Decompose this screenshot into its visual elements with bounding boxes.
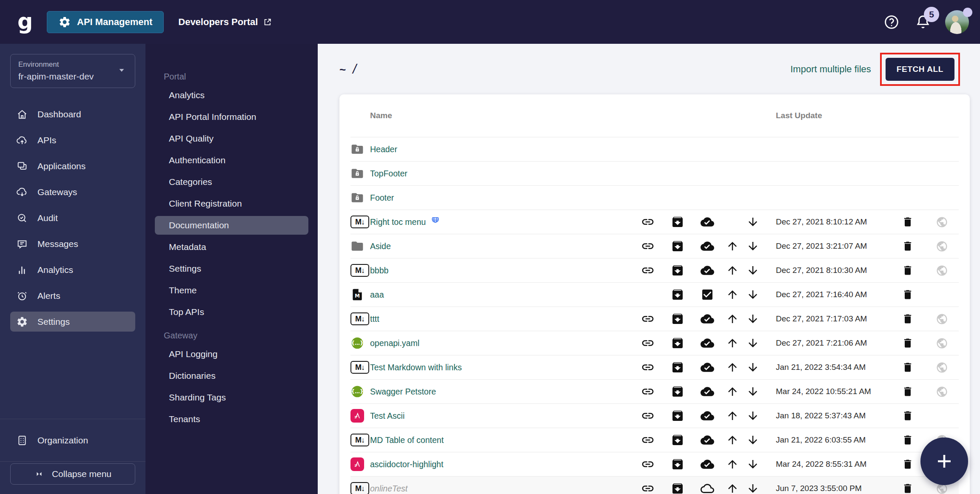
move-up-icon[interactable] <box>726 264 739 277</box>
fetch-all-button[interactable]: FETCH ALL <box>886 58 954 81</box>
submenu-item-api-quality[interactable]: API Quality <box>155 129 308 148</box>
sidebar-item-applications[interactable]: Applications <box>10 156 135 176</box>
help-button[interactable] <box>882 13 901 31</box>
move-down-icon[interactable] <box>746 385 760 398</box>
page-name-link[interactable]: MD Table of content <box>370 435 444 445</box>
cloud-outline-icon[interactable] <box>701 482 714 494</box>
collapse-menu-button[interactable]: Collapse menu <box>10 463 135 485</box>
page-name-link[interactable]: Right toc menu <box>370 217 426 227</box>
publish-status-globe-icon[interactable] <box>935 361 949 374</box>
unpublish-icon[interactable] <box>671 385 684 398</box>
move-down-icon[interactable] <box>746 288 760 301</box>
environment-select[interactable]: Environment fr-apim-master-dev <box>10 54 135 88</box>
delete-icon[interactable] <box>901 264 914 277</box>
submenu-item-client-registration[interactable]: Client Registration <box>155 194 308 213</box>
unpublish-icon[interactable] <box>671 264 684 277</box>
move-up-icon[interactable] <box>726 288 739 301</box>
copy-link-icon[interactable] <box>641 264 655 277</box>
checkbox-icon[interactable] <box>701 288 714 301</box>
unpublish-icon[interactable] <box>671 215 684 229</box>
page-name-link[interactable]: Test Markdown with links <box>370 363 462 372</box>
delete-icon[interactable] <box>901 288 914 301</box>
unpublish-icon[interactable] <box>671 433 684 447</box>
unpublish-icon[interactable] <box>671 457 684 471</box>
unpublish-icon[interactable] <box>671 361 684 374</box>
cloud-check-icon[interactable] <box>701 336 714 350</box>
page-name-link[interactable]: Test Ascii <box>370 411 405 421</box>
copy-link-icon[interactable] <box>641 215 655 229</box>
user-avatar[interactable] <box>945 10 969 34</box>
notifications-button[interactable]: 5 <box>914 13 932 31</box>
move-up-icon[interactable] <box>726 433 739 447</box>
move-down-icon[interactable] <box>746 239 760 253</box>
submenu-item-api-portal-information[interactable]: API Portal Information <box>155 108 308 126</box>
page-name-link[interactable]: Swagger Petstore <box>370 387 436 397</box>
publish-status-globe-icon[interactable] <box>935 336 949 350</box>
unpublish-icon[interactable] <box>671 312 684 326</box>
cloud-check-icon[interactable] <box>701 385 714 398</box>
submenu-item-categories[interactable]: Categories <box>155 173 308 191</box>
move-down-icon[interactable] <box>746 264 760 277</box>
delete-icon[interactable] <box>901 457 914 471</box>
submenu-item-authentication[interactable]: Authentication <box>155 151 308 170</box>
import-multiple-files-link[interactable]: Import multiple files <box>790 64 871 75</box>
page-name-link[interactable]: Footer <box>370 193 394 203</box>
move-down-icon[interactable] <box>746 361 760 374</box>
sidebar-item-dashboard[interactable]: Dashboard <box>10 104 135 124</box>
api-management-button[interactable]: API Management <box>47 11 164 33</box>
sidebar-item-messages[interactable]: Messages <box>10 234 135 254</box>
delete-icon[interactable] <box>901 239 914 253</box>
copy-link-icon[interactable] <box>641 385 655 398</box>
copy-link-icon[interactable] <box>641 409 655 423</box>
move-up-icon[interactable] <box>726 482 739 494</box>
move-up-icon[interactable] <box>726 385 739 398</box>
cloud-check-icon[interactable] <box>701 361 714 374</box>
publish-status-globe-icon[interactable] <box>935 312 949 326</box>
publish-status-globe-icon[interactable] <box>935 239 949 253</box>
sidebar-item-audit[interactable]: Audit <box>10 208 135 228</box>
copy-link-icon[interactable] <box>641 457 655 471</box>
delete-icon[interactable] <box>901 361 914 374</box>
delete-icon[interactable] <box>901 409 914 423</box>
sidebar-item-settings[interactable]: Settings <box>10 312 135 332</box>
move-up-icon[interactable] <box>726 361 739 374</box>
submenu-item-theme[interactable]: Theme <box>155 281 308 300</box>
unpublish-icon[interactable] <box>671 482 684 494</box>
sidebar-item-gateways[interactable]: Gateways <box>10 182 135 202</box>
delete-icon[interactable] <box>901 215 914 229</box>
sidebar-item-analytics[interactable]: Analytics <box>10 260 135 280</box>
copy-link-icon[interactable] <box>641 482 655 494</box>
submenu-item-dictionaries[interactable]: Dictionaries <box>155 366 308 385</box>
move-down-icon[interactable] <box>746 336 760 350</box>
move-down-icon[interactable] <box>746 409 760 423</box>
page-name-link[interactable]: onlineTest <box>370 484 407 494</box>
submenu-item-api-logging[interactable]: API Logging <box>155 345 308 363</box>
submenu-item-settings[interactable]: Settings <box>155 259 308 278</box>
copy-link-icon[interactable] <box>641 336 655 350</box>
publish-status-globe-icon[interactable] <box>935 385 949 398</box>
submenu-item-documentation[interactable]: Documentation <box>155 216 308 235</box>
move-up-icon[interactable] <box>726 312 739 326</box>
delete-icon[interactable] <box>901 312 914 326</box>
move-up-icon[interactable] <box>726 409 739 423</box>
developers-portal-link[interactable]: Developers Portal <box>178 17 272 28</box>
page-name-link[interactable]: Header <box>370 145 397 154</box>
cloud-check-icon[interactable] <box>701 409 714 423</box>
delete-icon[interactable] <box>901 336 914 350</box>
copy-link-icon[interactable] <box>641 361 655 374</box>
submenu-item-tenants[interactable]: Tenants <box>155 410 308 429</box>
submenu-item-top-apis[interactable]: Top APIs <box>155 303 308 321</box>
sidebar-item-apis[interactable]: APIs <box>10 130 135 150</box>
move-up-icon[interactable] <box>726 457 739 471</box>
page-name-link[interactable]: tttt <box>370 314 379 324</box>
page-name-link[interactable]: aaa <box>370 290 384 300</box>
unpublish-icon[interactable] <box>671 239 684 253</box>
submenu-item-metadata[interactable]: Metadata <box>155 238 308 256</box>
breadcrumb[interactable]: ~ / <box>339 62 356 77</box>
copy-link-icon[interactable] <box>641 239 655 253</box>
copy-link-icon[interactable] <box>641 312 655 326</box>
cloud-check-icon[interactable] <box>701 239 714 253</box>
unpublish-icon[interactable] <box>671 336 684 350</box>
delete-icon[interactable] <box>901 482 914 494</box>
sidebar-item-alerts[interactable]: Alerts <box>10 286 135 306</box>
